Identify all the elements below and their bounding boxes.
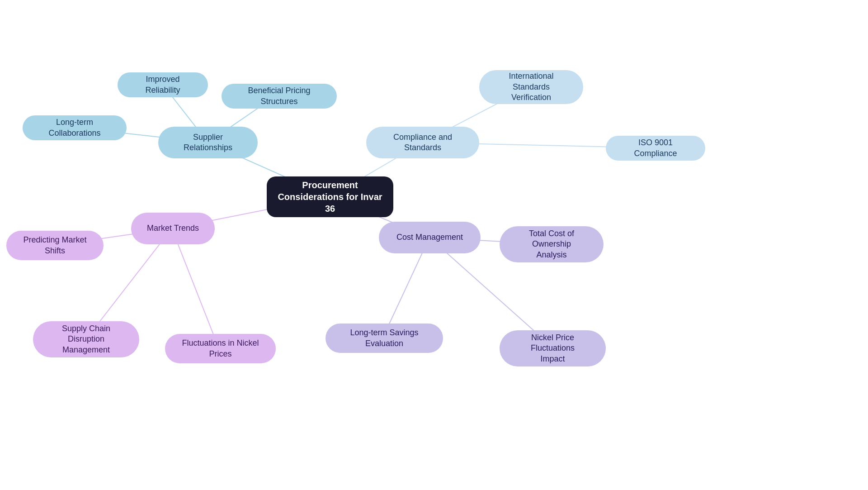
beneficial-pricing-label: Beneficial Pricing Structures	[232, 86, 326, 107]
iso-compliance-node[interactable]: ISO 9001 Compliance	[606, 136, 705, 161]
predicting-market-node[interactable]: Predicting Market Shifts	[6, 231, 104, 260]
intl-standards-node[interactable]: International StandardsVerification	[479, 70, 583, 104]
center-label: Procurement Considerations for Invar 36	[278, 179, 382, 214]
beneficial-pricing-node[interactable]: Beneficial Pricing Structures	[222, 84, 337, 109]
improved-reliability-label: Improved Reliability	[128, 74, 197, 95]
supplier-relationships-node[interactable]: Supplier Relationships	[158, 127, 258, 158]
cost-management-node[interactable]: Cost Management	[379, 222, 481, 253]
fluctuations-nickel-node[interactable]: Fluctuations in Nickel Prices	[165, 334, 276, 363]
nickel-price-label: Nickel Price FluctuationsImpact	[510, 333, 595, 364]
longterm-savings-node[interactable]: Long-term Savings Evaluation	[326, 323, 443, 353]
compliance-standards-node[interactable]: Compliance and Standards	[366, 127, 479, 158]
fluctuations-nickel-label: Fluctuations in Nickel Prices	[176, 338, 265, 359]
total-cost-label: Total Cost of OwnershipAnalysis	[510, 228, 593, 260]
center-node[interactable]: Procurement Considerations for Invar 36	[267, 176, 393, 217]
longterm-savings-label: Long-term Savings Evaluation	[336, 328, 432, 349]
improved-reliability-node[interactable]: Improved Reliability	[118, 72, 208, 97]
longterm-collab-node[interactable]: Long-term Collaborations	[23, 115, 127, 140]
svg-line-10	[172, 228, 219, 349]
cost-management-label: Cost Management	[396, 232, 463, 243]
predicting-market-label: Predicting Market Shifts	[17, 235, 93, 256]
intl-standards-label: International StandardsVerification	[490, 71, 572, 103]
supply-chain-node[interactable]: Supply Chain DisruptionManagement	[33, 321, 139, 357]
market-trends-node[interactable]: Market Trends	[131, 213, 215, 244]
mind-map: Procurement Considerations for Invar 36 …	[0, 0, 868, 490]
longterm-collab-label: Long-term Collaborations	[33, 117, 116, 138]
nickel-price-node[interactable]: Nickel Price FluctuationsImpact	[500, 330, 606, 366]
supplier-relationships-label: Supplier Relationships	[169, 132, 247, 153]
total-cost-node[interactable]: Total Cost of OwnershipAnalysis	[500, 226, 604, 262]
market-trends-label: Market Trends	[147, 223, 199, 233]
compliance-standards-label: Compliance and Standards	[377, 132, 468, 153]
supply-chain-label: Supply Chain DisruptionManagement	[44, 323, 128, 355]
iso-compliance-label: ISO 9001 Compliance	[617, 138, 694, 159]
